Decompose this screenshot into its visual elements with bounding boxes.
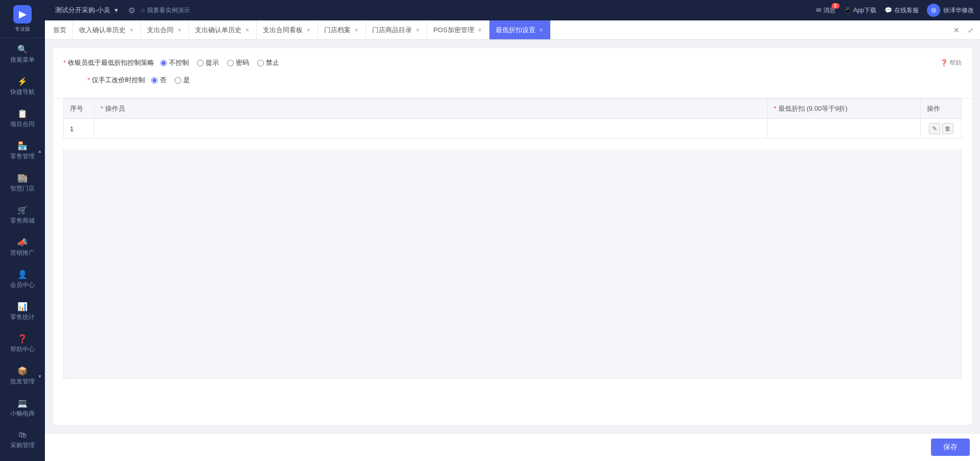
operator-input[interactable] [101, 125, 761, 133]
logo-icon: ▶ [13, 5, 32, 23]
data-table: 序号 * 操作员 * 最低折扣 (9.00等于9折) 操作 [63, 99, 962, 139]
radio-yes-label: 是 [183, 76, 190, 85]
tab-pos-password[interactable]: POS加密管理 × [427, 20, 489, 40]
tab-store-products-label: 门店商品目录 [372, 26, 412, 35]
sidebar-item-member[interactable]: 👤 会员中心 [0, 263, 45, 296]
table-section: 序号 * 操作员 * 最低折扣 (9.00等于9折) 操作 [53, 99, 972, 149]
tab-min-discount-label: 最低折扣设置 [496, 26, 535, 35]
sidebar-item-ecommerce[interactable]: 💻 小畅电商 [0, 392, 45, 424]
tab-home[interactable]: 首页 [47, 20, 73, 40]
tab-payment-contract-close[interactable]: × [177, 26, 182, 34]
radio-no-label: 否 [160, 76, 166, 85]
tab-min-discount[interactable]: 最低折扣设置 × [489, 20, 551, 40]
radio-password[interactable]: 密码 [227, 58, 249, 67]
message-badge: 8 [831, 3, 840, 9]
logo-text: 专业版 [15, 26, 30, 33]
cell-discount[interactable] [768, 119, 921, 139]
radio-forbid[interactable]: 禁止 [257, 58, 279, 67]
wholesale-icon: 📦 [17, 366, 28, 376]
sidebar-item-marketing[interactable]: 📣 营销推广 [0, 231, 45, 263]
page-card: * 收银员低于最低折扣控制策略 不控制 提示 密码 [53, 48, 972, 425]
demo-circle-icon: ○ [140, 6, 144, 14]
required-star: * [63, 59, 68, 66]
sidebar-item-inventory[interactable]: 📉 库存核算 [0, 456, 45, 461]
message-button[interactable]: ✉ 消息 8 [816, 6, 836, 15]
sidebar-item-label: 智慧门店 [10, 184, 35, 193]
table-row: 1 ✎ 🗑 [64, 119, 962, 139]
topbar-settings-button[interactable]: ⚙ [128, 6, 135, 15]
sidebar-item-label: 项目合同 [10, 120, 35, 129]
page-footer: 保存 [45, 433, 980, 461]
tab-income-history[interactable]: 收入确认单历史 × [73, 20, 141, 40]
avatar: 徐 [927, 4, 940, 17]
tab-income-history-close[interactable]: × [129, 26, 134, 34]
sidebar-item-label: 零售统计 [10, 313, 35, 322]
tab-store-file[interactable]: 门店档案 × [318, 20, 366, 40]
cell-seq: 1 [64, 119, 94, 139]
col-header-seq: 序号 [64, 99, 94, 119]
tab-payment-board-close[interactable]: × [306, 26, 311, 34]
sidebar-item-retail[interactable]: 🏪 零售管理 [0, 135, 45, 167]
sidebar-item-retail-stats[interactable]: 📊 零售统计 [0, 296, 45, 328]
edit-button[interactable]: ✎ [929, 123, 940, 134]
search-icon: 🔍 [17, 44, 28, 54]
topbar-demo-button[interactable]: ○ 我要看实例演示 [140, 6, 189, 15]
radio-hint[interactable]: 提示 [197, 58, 219, 67]
tab-income-history-label: 收入确认单历史 [79, 26, 126, 35]
radio-no-control[interactable]: 不控制 [160, 58, 189, 67]
sidebar-item-help[interactable]: ❓ 帮助中心 [0, 328, 45, 360]
radio-hint-label: 提示 [206, 58, 219, 67]
cell-action: ✎ 🗑 [921, 119, 962, 139]
tab-close-all[interactable]: ✕ [951, 25, 962, 35]
tab-store-products-close[interactable]: × [415, 26, 421, 34]
radio-yes[interactable]: 是 [175, 76, 190, 85]
tab-store-file-close[interactable]: × [354, 26, 359, 34]
sidebar-item-smart-store[interactable]: 🏬 智慧门店 [0, 167, 45, 199]
project-dropdown-icon: ▼ [113, 7, 119, 13]
sidebar: ▶ 专业版 🔍 搜索菜单 ⚡ 快捷导航 📋 项目合同 🏪 零售管理 🏬 智慧门店… [0, 0, 45, 461]
radio-no[interactable]: 否 [151, 76, 166, 85]
delete-button[interactable]: 🗑 [942, 123, 953, 134]
empty-table-area [63, 149, 962, 379]
online-service-button[interactable]: 💬 在线客服 [885, 6, 919, 15]
sidebar-item-shortcut[interactable]: ⚡ 快捷导航 [0, 70, 45, 103]
tab-store-products[interactable]: 门店商品目录 × [366, 20, 427, 40]
tab-pos-password-label: POS加密管理 [433, 26, 474, 35]
table-header-row: 序号 * 操作员 * 最低折扣 (9.00等于9折) 操作 [64, 99, 962, 119]
tab-maximize[interactable]: ⤢ [966, 25, 976, 35]
tab-payment-contract[interactable]: 支出合同 × [141, 20, 189, 40]
tab-payment-history-close[interactable]: × [244, 26, 250, 34]
cashier-policy-label: * 收银员低于最低折扣控制策略 [63, 58, 154, 67]
sidebar-item-search[interactable]: 🔍 搜索菜单 [0, 38, 45, 70]
topbar-project-selector[interactable]: 测试分开采购-小吴 ▼ [51, 4, 123, 17]
message-icon: ✉ [816, 7, 821, 14]
tab-pos-password-close[interactable]: × [477, 26, 483, 34]
sidebar-logo: ▶ 专业版 [0, 0, 45, 38]
app-download-icon: 📱 [844, 7, 851, 14]
save-button[interactable]: 保存 [931, 439, 970, 456]
user-menu-button[interactable]: 徐 徐泽华修改 [927, 4, 974, 17]
tab-min-discount-close[interactable]: × [538, 26, 544, 34]
sidebar-item-label: 会员中心 [10, 281, 35, 289]
col-header-discount: * 最低折扣 (9.00等于9折) [768, 99, 921, 119]
app-download-button[interactable]: 📱 App下载 [844, 6, 876, 15]
sidebar-item-purchase[interactable]: 🛍 采购管理 [0, 424, 45, 456]
user-name: 徐泽华修改 [943, 6, 974, 15]
tab-payment-board[interactable]: 支出合同看板 × [257, 20, 318, 40]
content-area: * 收银员低于最低折扣控制策略 不控制 提示 密码 [45, 40, 980, 433]
tab-payment-history[interactable]: 支出确认单历史 × [189, 20, 257, 40]
purchase-icon: 🛍 [18, 430, 27, 440]
sidebar-item-label: 小畅电商 [10, 409, 35, 418]
cell-operator[interactable] [94, 119, 768, 139]
help-button[interactable]: ❓ 帮助 [940, 59, 962, 67]
sidebar-item-label: 零售商城 [10, 216, 35, 225]
sidebar-item-wholesale[interactable]: 📦 批发管理 [0, 360, 45, 392]
app-download-label: App下载 [853, 6, 876, 15]
sidebar-item-retail-mall[interactable]: 🛒 零售商城 [0, 199, 45, 231]
sidebar-item-label: 零售管理 [10, 152, 35, 161]
main-area: 测试分开采购-小吴 ▼ ⚙ ○ 我要看实例演示 ✉ 消息 8 📱 App下载 💬… [45, 0, 980, 461]
marketing-icon: 📣 [17, 237, 28, 247]
discount-input[interactable] [774, 125, 914, 133]
settings-form: * 收银员低于最低折扣控制策略 不控制 提示 密码 [53, 48, 972, 98]
sidebar-item-project[interactable]: 📋 项目合同 [0, 103, 45, 135]
